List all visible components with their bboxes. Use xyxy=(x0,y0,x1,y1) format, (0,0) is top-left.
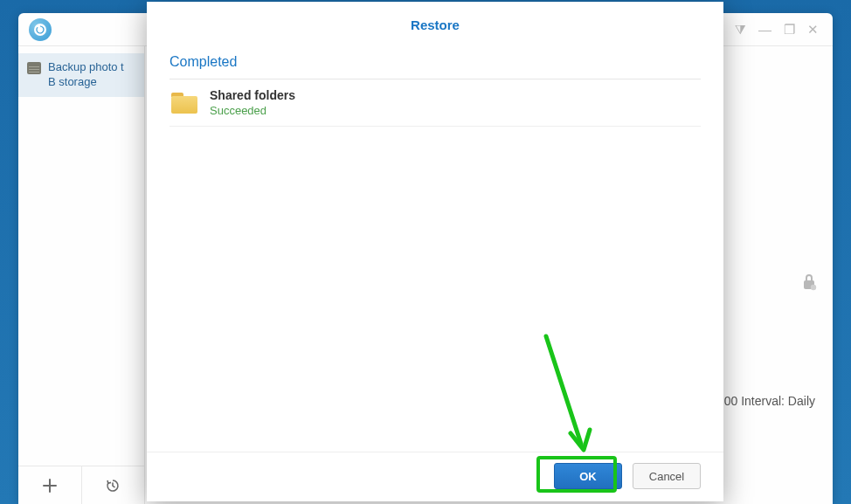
sidebar-footer xyxy=(18,466,144,504)
result-name: Shared folders xyxy=(210,88,295,102)
task-item[interactable]: Backup photo t B storage xyxy=(18,53,144,97)
result-status: Succeeded xyxy=(210,104,295,117)
lock-icon[interactable] xyxy=(801,273,817,295)
minimize-button[interactable]: — xyxy=(758,22,771,38)
modal-title: Restore xyxy=(147,2,723,47)
history-button[interactable] xyxy=(82,466,145,504)
task-label: Backup photo t B storage xyxy=(48,60,124,90)
folder-icon xyxy=(171,93,197,114)
sync-icon xyxy=(34,24,46,36)
maximize-button[interactable]: ❐ xyxy=(784,22,795,38)
result-text: Shared folders Succeeded xyxy=(210,88,295,117)
modal-footer: OK Cancel xyxy=(147,452,723,501)
schedule-text: 3:00 Interval: Daily xyxy=(714,394,815,408)
result-row: Shared folders Succeeded xyxy=(170,79,701,127)
restore-modal: Restore Completed Shared folders Succeed… xyxy=(147,2,723,501)
modal-body: Completed Shared folders Succeeded xyxy=(147,47,723,452)
calendar-icon xyxy=(27,62,41,74)
task-line1: Backup photo t xyxy=(48,60,124,75)
cancel-button[interactable]: Cancel xyxy=(633,463,701,489)
task-line2: B storage xyxy=(48,75,124,90)
section-title: Completed xyxy=(170,54,701,79)
close-button[interactable]: ✕ xyxy=(807,22,819,38)
add-task-button[interactable] xyxy=(18,466,82,504)
task-list: Backup photo t B storage xyxy=(18,46,144,466)
app-icon xyxy=(29,18,52,41)
window-controls: ⧩ — ❐ ✕ xyxy=(735,22,826,38)
sidebar: Backup photo t B storage xyxy=(18,46,145,504)
svg-point-1 xyxy=(811,285,816,290)
filter-icon[interactable]: ⧩ xyxy=(735,22,746,38)
ok-button[interactable]: OK xyxy=(554,463,622,489)
